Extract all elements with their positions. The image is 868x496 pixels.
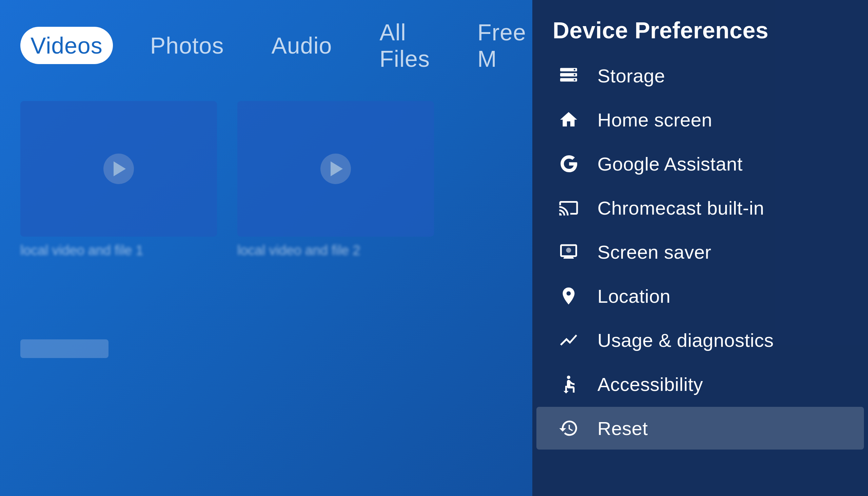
video-title-1: local video and file 1 <box>20 243 217 258</box>
video-card-2[interactable]: local video and file 2 <box>237 101 434 258</box>
play-icon-1 <box>104 154 134 184</box>
tab-videos-label: Videos <box>31 33 103 58</box>
cast-icon <box>557 196 580 220</box>
tab-free-m-label: Free M <box>477 19 526 72</box>
video-thumb-2[interactable] <box>237 101 434 237</box>
menu-label-reset: Reset <box>598 417 648 439</box>
accessibility-icon <box>557 372 580 396</box>
menu-item-usage-diagnostics[interactable]: Usage & diagnostics <box>537 319 864 361</box>
menu-label-usage-diagnostics: Usage & diagnostics <box>598 329 774 351</box>
svg-point-4 <box>574 74 575 76</box>
menu-label-storage: Storage <box>598 65 665 87</box>
menu-label-google-assistant: Google Assistant <box>598 153 743 175</box>
tab-all-files-label: All Files <box>379 19 430 72</box>
video-thumb-1[interactable] <box>20 101 217 237</box>
play-icon-2 <box>321 154 351 184</box>
svg-point-6 <box>566 248 571 253</box>
content-area: local video and file 1 local video and f… <box>0 91 532 368</box>
menu-item-reset[interactable]: Reset <box>537 407 864 450</box>
reset-icon <box>557 416 580 440</box>
video-title-2: local video and file 2 <box>237 243 434 258</box>
tab-videos[interactable]: Videos <box>20 27 113 64</box>
video-hint-3 <box>20 339 108 358</box>
menu-item-accessibility[interactable]: Accessibility <box>537 363 864 405</box>
home-icon <box>557 108 580 131</box>
play-triangle-1 <box>113 161 126 176</box>
menu-label-screen-saver: Screen saver <box>598 241 711 263</box>
device-preferences-panel: Device Preferences Storage Home screen <box>532 0 868 496</box>
tab-free-m[interactable]: Free M <box>467 14 537 77</box>
tab-photos-label: Photos <box>150 33 224 58</box>
play-triangle-2 <box>330 161 343 176</box>
location-icon <box>557 284 580 308</box>
menu-item-screen-saver[interactable]: Screen saver <box>537 231 864 273</box>
menu-item-storage[interactable]: Storage <box>537 54 864 97</box>
menu-label-accessibility: Accessibility <box>598 373 703 395</box>
menu-label-home-screen: Home screen <box>598 109 712 131</box>
menu-item-google-assistant[interactable]: Google Assistant <box>537 142 864 185</box>
tab-bar: Videos Photos Audio All Files Free M <box>0 0 532 91</box>
google-icon <box>557 152 580 176</box>
menu-item-chromecast[interactable]: Chromecast built-in <box>537 186 864 229</box>
svg-point-7 <box>567 376 570 379</box>
menu-item-location[interactable]: Location <box>537 275 864 317</box>
tab-photos[interactable]: Photos <box>140 27 234 64</box>
svg-point-3 <box>574 69 575 71</box>
tab-all-files[interactable]: All Files <box>369 14 440 77</box>
svg-point-5 <box>574 79 575 81</box>
menu-label-location: Location <box>598 285 671 307</box>
storage-icon <box>557 64 580 88</box>
screen-saver-icon <box>557 240 580 264</box>
tab-audio-label: Audio <box>271 33 332 58</box>
video-card-1[interactable]: local video and file 1 <box>20 101 217 258</box>
menu-label-chromecast: Chromecast built-in <box>598 197 764 219</box>
tab-audio[interactable]: Audio <box>261 27 342 64</box>
main-area: Videos Photos Audio All Files Free M loc… <box>0 0 532 496</box>
menu-item-home-screen[interactable]: Home screen <box>537 98 864 141</box>
diagnostics-icon <box>557 328 580 352</box>
panel-title: Device Preferences <box>532 0 868 53</box>
